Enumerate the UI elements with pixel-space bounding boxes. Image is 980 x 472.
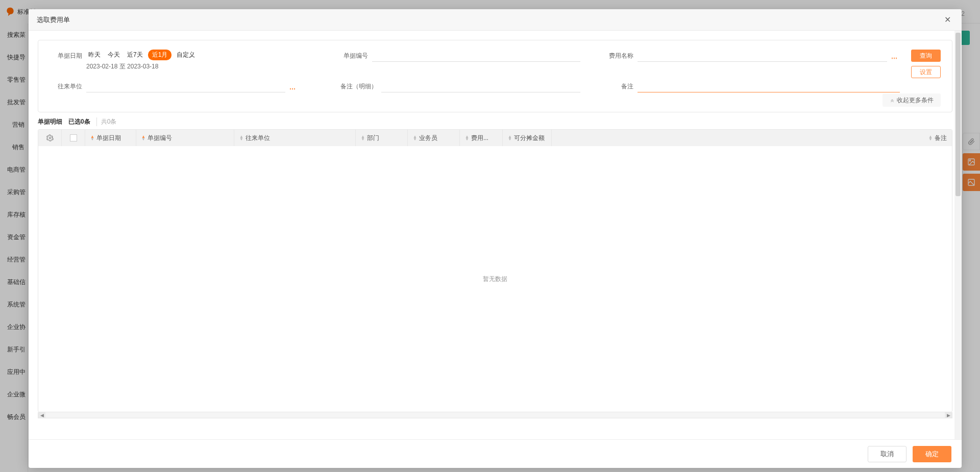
horizontal-scrollbar[interactable]: ◀ ▶ [38,412,952,418]
settings-button[interactable]: 设置 [911,66,941,78]
detail-tab[interactable]: 单据明细 [38,117,62,126]
column-fee[interactable]: ▲▼ 费用... [460,130,503,146]
select-expense-modal: 选取费用单 ✕ 查询 设置 单据日期 昨天今天近7天近1月自定义 2023-02… [29,9,962,468]
date-range-text: 2023-02-18 至 2023-03-18 [86,62,315,71]
svg-point-3 [49,137,51,139]
modal-title: 选取费用单 [37,15,70,25]
detail-header: 单据明细 已选0条 共0条 [38,117,952,126]
filter-date-label: 单据日期 [50,50,86,60]
close-icon[interactable]: ✕ [941,14,953,26]
filter-remark-input[interactable] [638,80,900,92]
cancel-button[interactable]: 取消 [868,446,906,462]
sort-icon: ▲▼ [465,135,469,140]
column-dept[interactable]: ▲▼ 部门 [356,130,408,146]
vertical-scrollbar[interactable] [954,31,962,439]
sort-icon: ▲▼ [508,135,512,140]
filter-detail-remark-input[interactable] [381,80,580,92]
sort-icon: ▲▼ [141,135,145,140]
filter-detail-remark-label: 备注（明细） [335,80,381,91]
filter-fee-input[interactable] [638,50,887,62]
column-biz[interactable]: ▲▼ 业务员 [408,130,460,146]
column-date[interactable]: ▲▼ 单据日期 [85,130,136,146]
sort-icon: ▲▼ [928,135,933,140]
checkbox-all[interactable] [70,134,77,141]
column-code[interactable]: ▲▼ 单据编号 [136,130,234,146]
date-quick-option[interactable]: 近1月 [148,50,172,60]
date-quick-option[interactable]: 今天 [106,50,122,60]
column-select-all[interactable] [62,130,85,146]
gear-icon [46,134,54,141]
filter-fee-picker-icon[interactable]: ⋯ [889,55,900,62]
empty-text: 暂无数据 [483,275,507,284]
sort-icon: ▲▼ [361,135,365,140]
search-button[interactable]: 查询 [911,50,941,62]
column-unit[interactable]: ▲▼ 往来单位 [234,130,356,146]
filter-unit-picker-icon[interactable]: ⋯ [287,85,298,92]
date-quick-range: 昨天今天近7天近1月自定义 [86,50,315,60]
confirm-button[interactable]: 确定 [913,446,951,462]
modal-body: 查询 设置 单据日期 昨天今天近7天近1月自定义 2023-02-18 至 20… [29,31,962,439]
column-settings[interactable] [38,130,62,146]
column-remark[interactable]: ▲▼ 备注 [552,130,952,146]
selected-count: 已选0条 [68,117,90,126]
modal-footer: 取消 确定 [29,439,962,468]
scroll-thumb[interactable] [955,33,961,196]
date-quick-option[interactable]: 近7天 [125,50,145,60]
filter-fee-label: 费用名称 [601,50,638,60]
result-table: ▲▼ 单据日期 ▲▼ 单据编号 ▲▼ 往来单位 ▲▼ 部门 [38,129,952,412]
sort-icon: ▲▼ [90,135,94,140]
scroll-left-icon[interactable]: ◀ [38,412,45,418]
filter-code-input[interactable] [372,50,580,62]
modal-header: 选取费用单 ✕ [29,9,962,31]
scroll-right-icon[interactable]: ▶ [945,412,952,418]
collapse-filters-button[interactable]: 收起更多条件 [883,93,941,107]
filter-unit-label: 往来单位 [50,80,86,91]
filter-panel: 查询 设置 单据日期 昨天今天近7天近1月自定义 2023-02-18 至 20… [38,40,952,112]
total-count: 共0条 [96,117,117,126]
filter-remark-label: 备注 [601,80,638,91]
sort-icon: ▲▼ [413,135,417,140]
collapse-label: 收起更多条件 [897,96,934,105]
chevron-up-double-icon [890,98,895,103]
table-empty: 暂无数据 [38,146,952,412]
column-alloc[interactable]: ▲▼ 可分摊金额 [503,130,552,146]
table-header: ▲▼ 单据日期 ▲▼ 单据编号 ▲▼ 往来单位 ▲▼ 部门 [38,130,952,146]
date-quick-option[interactable]: 昨天 [86,50,103,60]
date-quick-option[interactable]: 自定义 [175,50,197,60]
filter-code-label: 单据编号 [335,50,372,60]
sort-icon: ▲▼ [239,135,243,140]
filter-unit-input[interactable] [86,80,285,92]
